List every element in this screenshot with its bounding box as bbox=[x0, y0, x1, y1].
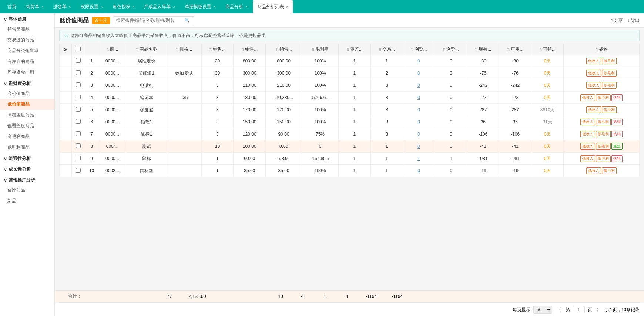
sidebar-item-高价值商品[interactable]: 高价值商品 bbox=[0, 88, 54, 99]
browse-link[interactable]: 0 bbox=[417, 119, 420, 125]
sidebar-group-盈财度分析[interactable]: ∨ 盈财度分析 bbox=[0, 78, 54, 88]
tag-低收入[interactable]: 低收入 bbox=[586, 58, 601, 64]
browse-link[interactable]: 0 bbox=[417, 95, 420, 100]
col-sales-amount[interactable]: ⇅销售... bbox=[234, 44, 266, 55]
next-page-button[interactable]: 〉 bbox=[595, 306, 603, 314]
nav-item-商品分析列表[interactable]: 商品分析列表× bbox=[253, 0, 293, 13]
cell-1[interactable] bbox=[71, 55, 85, 67]
col-coverage[interactable]: ⇅覆盖... bbox=[338, 44, 370, 55]
col-sales-qty[interactable]: ⇅销售... bbox=[201, 44, 234, 55]
share-button[interactable]: ↗ 分享 bbox=[609, 17, 623, 24]
cell-1[interactable] bbox=[71, 92, 85, 104]
nav-close-icon[interactable]: × bbox=[133, 5, 135, 9]
first-page-button[interactable]: 〈 bbox=[555, 306, 563, 314]
col-settings[interactable]: ⚙ bbox=[60, 44, 72, 55]
col-gross-margin[interactable]: ⇅毛利率 bbox=[302, 44, 339, 55]
sidebar-item-商品分类销售率[interactable]: 商品分类销售率 bbox=[0, 45, 54, 56]
browse-link[interactable]: 0 bbox=[417, 71, 420, 76]
nav-close-icon[interactable]: × bbox=[69, 5, 71, 9]
cell-1[interactable] bbox=[71, 153, 85, 165]
col-name[interactable]: ⇅商品名称 bbox=[126, 44, 167, 55]
sidebar-item-库存资金占用[interactable]: 库存资金占用 bbox=[0, 67, 54, 78]
nav-item-进货单[interactable]: 进货单× bbox=[49, 0, 76, 13]
row-checkbox[interactable] bbox=[76, 119, 81, 124]
tag-低毛利[interactable]: 低毛利 bbox=[602, 58, 617, 64]
sidebar-group-整体信息[interactable]: ∨ 整体信息 bbox=[0, 13, 54, 24]
browse-link[interactable]: 1 bbox=[417, 156, 420, 161]
cell-1[interactable] bbox=[71, 67, 85, 79]
sidebar-item-低毛利商品[interactable]: 低毛利商品 bbox=[0, 142, 54, 153]
row-checkbox[interactable] bbox=[76, 82, 81, 87]
nav-close-icon[interactable]: × bbox=[245, 5, 248, 9]
col-current-stock[interactable]: ⇅现有... bbox=[467, 44, 499, 55]
cell-1[interactable] bbox=[71, 140, 85, 153]
nav-close-icon[interactable]: × bbox=[41, 5, 44, 9]
tag-低毛利[interactable]: 低毛利 bbox=[602, 167, 617, 174]
browse-link[interactable]: 0 bbox=[417, 83, 420, 88]
sidebar-group-流通性分析[interactable]: ∨ 流通性分析 bbox=[0, 153, 54, 163]
period-tag[interactable]: 近一月 bbox=[92, 17, 110, 24]
nav-close-icon[interactable]: × bbox=[101, 5, 103, 9]
tag-低毛利[interactable]: 低毛利 bbox=[596, 119, 611, 125]
sidebar-group-营销推广分析[interactable]: ∨ 营销推广分析 bbox=[0, 174, 54, 185]
sidebar-item-低覆盖度商品[interactable]: 低覆盖度商品 bbox=[0, 120, 54, 131]
search-input[interactable] bbox=[116, 18, 183, 23]
browse-link[interactable]: 0 bbox=[417, 168, 420, 173]
sidebar-item-有库存的商品[interactable]: 有库存的商品 bbox=[0, 56, 54, 67]
tag-低收入[interactable]: 低收入 bbox=[586, 167, 601, 174]
tag-低收入[interactable]: 低收入 bbox=[580, 131, 595, 137]
browse-link[interactable]: 0 bbox=[417, 132, 420, 137]
nav-item-首页[interactable]: 首页 bbox=[3, 0, 21, 13]
sidebar-group-成长性分析[interactable]: ∨ 成长性分析 bbox=[0, 163, 54, 174]
sidebar-item-销售类商品[interactable]: 销售类商品 bbox=[0, 24, 54, 35]
nav-item-权限设置[interactable]: 权限设置× bbox=[76, 0, 107, 13]
sidebar-item-低价值商品[interactable]: 低价值商品 bbox=[0, 99, 54, 110]
tag-低收入[interactable]: 低收入 bbox=[580, 94, 595, 101]
nav-item-商品分析[interactable]: 商品分析× bbox=[221, 0, 252, 13]
sidebar-item-高毛利商品[interactable]: 高毛利商品 bbox=[0, 131, 54, 142]
tag-低收入[interactable]: 低收入 bbox=[580, 143, 595, 150]
cell-1[interactable] bbox=[71, 165, 85, 177]
row-checkbox[interactable] bbox=[76, 58, 81, 63]
row-checkbox[interactable] bbox=[76, 107, 81, 112]
browse-link[interactable]: 0 bbox=[417, 107, 420, 112]
page-number-input[interactable] bbox=[573, 306, 585, 313]
row-checkbox[interactable] bbox=[76, 70, 81, 75]
tag-低毛利[interactable]: 低毛利 bbox=[596, 131, 611, 137]
nav-item-产成品入库单[interactable]: 产成品入库单× bbox=[140, 0, 180, 13]
per-page-select[interactable]: 50 100 200 bbox=[533, 306, 552, 314]
cell-1[interactable] bbox=[71, 79, 85, 92]
sidebar-item-高覆盖度商品[interactable]: 高覆盖度商品 bbox=[0, 110, 54, 120]
cell-1[interactable] bbox=[71, 116, 85, 128]
col-browse1[interactable]: ⇅浏览... bbox=[403, 44, 435, 55]
select-all-checkbox[interactable] bbox=[76, 47, 81, 51]
col-browse2[interactable]: ⇅浏览... bbox=[435, 44, 467, 55]
nav-item-单据模板设置[interactable]: 单据模板设置× bbox=[180, 0, 220, 13]
nav-close-icon[interactable]: × bbox=[286, 5, 288, 9]
col-transaction[interactable]: ⇅交易... bbox=[370, 44, 403, 55]
row-checkbox[interactable] bbox=[76, 131, 81, 136]
col-code[interactable]: ⇅商... bbox=[98, 44, 126, 55]
col-saleable[interactable]: ⇅可销... bbox=[531, 44, 564, 55]
tag-低收入[interactable]: 低收入 bbox=[586, 106, 601, 113]
export-button[interactable]: ↓ 导出 bbox=[627, 17, 640, 24]
nav-close-icon[interactable]: × bbox=[173, 5, 175, 9]
search-icon[interactable]: 🔍 bbox=[184, 18, 190, 23]
tag-热销[interactable]: 热销 bbox=[611, 94, 623, 101]
tag-热销[interactable]: 热销 bbox=[611, 155, 623, 162]
tag-热销[interactable]: 热销 bbox=[611, 131, 623, 137]
row-checkbox[interactable] bbox=[76, 168, 81, 173]
tag-低毛利[interactable]: 低毛利 bbox=[602, 106, 617, 113]
tag-低毛利[interactable]: 低毛利 bbox=[596, 155, 611, 162]
tag-重监[interactable]: 重监 bbox=[611, 143, 623, 150]
tag-低收入[interactable]: 低收入 bbox=[586, 70, 601, 77]
nav-close-icon[interactable]: × bbox=[214, 5, 216, 9]
row-checkbox[interactable] bbox=[76, 95, 81, 99]
col-available[interactable]: ⇅可用... bbox=[499, 44, 531, 55]
tag-低收入[interactable]: 低收入 bbox=[580, 119, 595, 125]
tag-低毛利[interactable]: 低毛利 bbox=[596, 94, 611, 101]
sidebar-item-交易过的商品[interactable]: 交易过的商品 bbox=[0, 35, 54, 45]
tag-低毛利[interactable]: 低毛利 bbox=[602, 82, 617, 89]
nav-item-角色授权[interactable]: 角色授权× bbox=[108, 0, 139, 13]
col-spec[interactable]: ⇅规格... bbox=[167, 44, 201, 55]
